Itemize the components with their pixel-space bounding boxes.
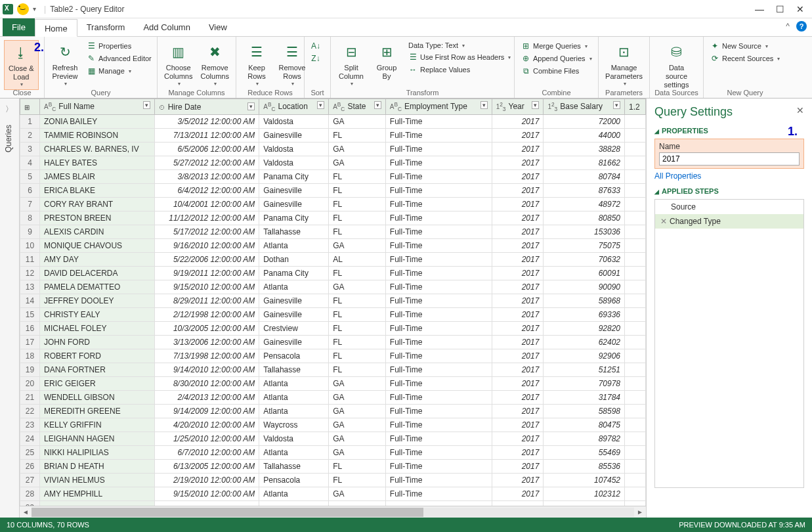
filter-dropdown-icon[interactable]: ▾ (374, 101, 381, 109)
cell-salary[interactable]: 51251 (544, 363, 625, 377)
cell-employment[interactable]: Full-Time (385, 239, 492, 253)
cell-extra[interactable] (625, 211, 646, 225)
cell-hiredate[interactable]: 10/3/2005 12:00:00 AM (154, 322, 259, 336)
table-row[interactable]: 24LEIGHANN HAGEN1/25/2010 12:00:00 AMVal… (20, 432, 646, 446)
cell-salary[interactable]: 80850 (544, 211, 625, 225)
queries-panel-collapsed[interactable]: 〉 Queries (0, 99, 20, 518)
cell-extra[interactable] (625, 501, 646, 506)
filter-dropdown-icon[interactable]: ▾ (317, 101, 324, 109)
applied-step[interactable]: Source (655, 200, 803, 214)
cell-state[interactable]: GA (329, 156, 386, 170)
table-row[interactable]: 21WENDELL GIBSON2/4/2013 12:00:00 AMAtla… (20, 391, 646, 405)
table-row[interactable]: 26BRIAN D HEATH6/13/2005 12:00:00 AMTall… (20, 460, 646, 474)
tab-add-column[interactable]: Add Column (134, 18, 200, 36)
all-properties-link[interactable]: All Properties (654, 171, 701, 181)
cell-salary[interactable]: 89782 (544, 432, 625, 446)
cell-fullname[interactable]: ROBERT FORD (40, 349, 155, 363)
cell-state[interactable]: GA (329, 239, 386, 253)
cell-year[interactable]: 2017 (492, 349, 544, 363)
table-row[interactable]: 9ALEXIS CARDIN5/17/2012 12:00:00 AMTalla… (20, 225, 646, 239)
cell-employment[interactable]: Full-Time (385, 474, 492, 487)
tab-file[interactable]: File (3, 18, 35, 36)
cell-state[interactable]: GA (329, 446, 386, 460)
cell-location[interactable]: Waycross (259, 418, 329, 432)
cell-location[interactable]: Panama City (259, 211, 329, 225)
column-header[interactable]: ABCEmployment Type▾ (385, 99, 492, 115)
cell-location[interactable]: Panama City (259, 170, 329, 184)
cell-location[interactable]: Valdosta (259, 115, 329, 129)
cell-year[interactable]: 2017 (492, 115, 544, 129)
cell-salary[interactable]: 48972 (544, 198, 625, 211)
cell-fullname[interactable]: ERICA BLAKE (40, 184, 155, 198)
cell-fullname[interactable]: DANA FORTNER (40, 363, 155, 377)
table-row[interactable]: 13PAMELA DEMATTEO9/15/2010 12:00:00 AMAt… (20, 280, 646, 294)
minimize-icon[interactable]: — (755, 4, 764, 14)
cell-extra[interactable] (625, 363, 646, 377)
cell-salary[interactable] (544, 501, 625, 506)
table-row[interactable]: 28AMY HEMPHILL9/15/2010 12:00:00 AMAtlan… (20, 487, 646, 501)
cell-year[interactable]: 2017 (492, 170, 544, 184)
table-row[interactable]: 7CORY RAY BRANT10/4/2001 12:00:00 AMGain… (20, 198, 646, 211)
cell-salary[interactable]: 153036 (544, 225, 625, 239)
first-row-headers-button[interactable]: ☰Use First Row as Headers▾ (406, 51, 513, 63)
cell-fullname[interactable]: TAMMIE ROBINSON (40, 129, 155, 143)
cell-employment[interactable]: Full-Time (385, 418, 492, 432)
cell-fullname[interactable]: VIVIAN HELMUS (40, 474, 155, 487)
cell-fullname[interactable]: JOHN FORD (40, 336, 155, 349)
table-row[interactable]: 11AMY DAY5/22/2006 12:00:00 AMDothanALFu… (20, 253, 646, 267)
cell-fullname[interactable]: JEFFREY DOOLEY (40, 294, 155, 308)
cell-state[interactable]: GA (329, 143, 386, 156)
cell-extra[interactable] (625, 391, 646, 405)
cell-employment[interactable]: Full-Time (385, 253, 492, 267)
table-row[interactable]: 19DANA FORTNER9/14/2010 12:00:00 AMTalla… (20, 363, 646, 377)
cell-state[interactable] (329, 501, 386, 506)
cell-hiredate[interactable]: 10/4/2001 12:00:00 AM (154, 198, 259, 211)
cell-year[interactable]: 2017 (492, 225, 544, 239)
cell-year[interactable]: 2017 (492, 474, 544, 487)
applied-step[interactable]: ✕Changed Type (655, 214, 803, 229)
table-row[interactable]: 15CHRISTY EALY2/12/1998 12:00:00 AMGaine… (20, 308, 646, 322)
row-number[interactable]: 2 (20, 129, 40, 143)
row-number[interactable]: 25 (20, 446, 40, 460)
cell-salary[interactable]: 38828 (544, 143, 625, 156)
query-name-input[interactable] (659, 152, 800, 166)
cell-state[interactable]: FL (329, 170, 386, 184)
cell-salary[interactable]: 44000 (544, 129, 625, 143)
cell-employment[interactable]: Full-Time (385, 349, 492, 363)
sort-desc-button[interactable]: Z↓ (309, 53, 323, 64)
cell-employment[interactable]: Full-Time (385, 129, 492, 143)
table-row[interactable]: 20ERIC GEIGER8/30/2010 12:00:00 AMAtlant… (20, 377, 646, 391)
smiley-icon[interactable] (17, 3, 29, 15)
close-settings-icon[interactable]: ✕ (796, 105, 804, 116)
cell-state[interactable]: FL (329, 225, 386, 239)
combine-files-button[interactable]: ⧉Combine Files (519, 65, 595, 77)
cell-salary[interactable]: 80784 (544, 170, 625, 184)
cell-hiredate[interactable]: 11/12/2012 12:00:00 AM (154, 211, 259, 225)
cell-year[interactable]: 2017 (492, 143, 544, 156)
row-number[interactable]: 21 (20, 391, 40, 405)
cell-extra[interactable] (625, 156, 646, 170)
cell-salary[interactable]: 70978 (544, 377, 625, 391)
table-row[interactable]: 6ERICA BLAKE6/4/2012 12:00:00 AMGainesvi… (20, 184, 646, 198)
cell-year[interactable]: 2017 (492, 418, 544, 432)
cell-employment[interactable]: Full-Time (385, 336, 492, 349)
cell-fullname[interactable]: ALEXIS CARDIN (40, 225, 155, 239)
cell-employment[interactable]: Full-Time (385, 432, 492, 446)
cell-location[interactable]: Atlanta (259, 446, 329, 460)
manage-button[interactable]: ▦Manage▾ (84, 65, 154, 77)
row-number[interactable]: 17 (20, 336, 40, 349)
cell-salary[interactable]: 81662 (544, 156, 625, 170)
cell-fullname[interactable]: CHRISTY EALY (40, 308, 155, 322)
cell-extra[interactable] (625, 487, 646, 501)
filter-dropdown-icon[interactable]: ▾ (143, 101, 150, 109)
scroll-left-icon[interactable]: ◄ (20, 508, 32, 516)
cell-employment[interactable]: Full-Time (385, 294, 492, 308)
cell-hiredate[interactable]: 6/5/2006 12:00:00 AM (154, 143, 259, 156)
row-number[interactable]: 9 (20, 225, 40, 239)
cell-location[interactable]: Pensacola (259, 474, 329, 487)
cell-hiredate[interactable]: 2/12/1998 12:00:00 AM (154, 308, 259, 322)
cell-fullname[interactable]: AMY DAY (40, 253, 155, 267)
filter-dropdown-icon[interactable]: ▾ (247, 102, 255, 110)
cell-hiredate[interactable]: 3/5/2012 12:00:00 AM (154, 115, 259, 129)
cell-employment[interactable]: Full-Time (385, 211, 492, 225)
